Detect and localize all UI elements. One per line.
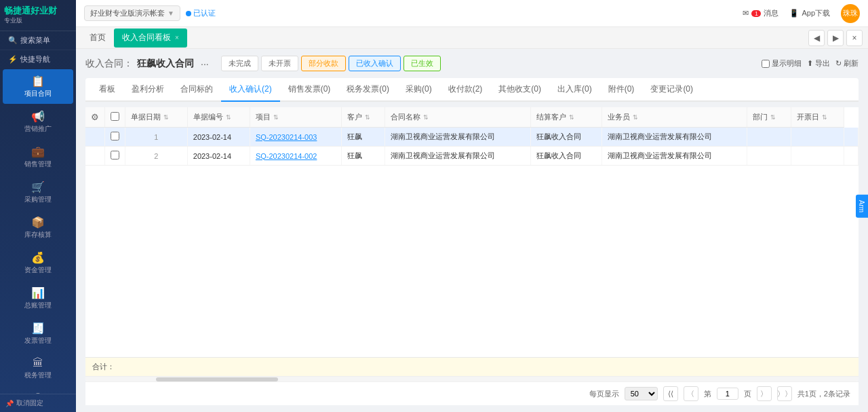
page-total-text: 共1页，2条记录 [797,389,850,399]
row-checkbox-1[interactable] [111,151,119,160]
tab-close-icon[interactable]: × [175,34,179,41]
table-header: ⚙ 单据日期⇅ 单据编号⇅ 项目⇅ 客户⇅ 合同名称⇅ 结算客户⇅ 业务员⇅ [85,107,859,128]
tab-close-btn[interactable]: × [846,30,863,46]
main-content: 好业财专业版演示帐套 ▼ 已认证 ✉ 1 消息 📱 App下载 珠珠 [76,0,868,412]
inner-tab-出入库[interactable]: 出入库(0) [549,78,600,102]
inner-tab-税务发票[interactable]: 税务发票(0) [338,78,397,102]
row-open-date-1 [844,147,858,166]
inner-tab-其他收支[interactable]: 其他收支(0) [490,78,549,102]
sidebar-item-funds[interactable]: 💰资金管理 [3,246,73,280]
topbar-right: ✉ 1 消息 📱 App下载 珠珠 [743,4,860,23]
sidebar-item-sales[interactable]: 💼销售管理 [3,140,73,174]
th-contract-name: 合同名称⇅ [385,107,531,128]
sidebar-item-purchase[interactable]: 🛒采购管理 [3,175,73,210]
row-settle-1: 湖南卫视商业运营发展有限公司 [601,147,747,166]
sidebar-item-label-inventory: 库存核算 [24,230,52,240]
select-all-checkbox[interactable] [111,112,119,121]
sales-icon: 💼 [31,145,45,158]
sort-icon-open-date[interactable]: ⇅ [822,114,827,121]
sort-icon-dept[interactable]: ⇅ [770,114,776,121]
sidebar-pin-toggle[interactable]: 📌 取消固定 [0,394,76,412]
inner-tab-销售发票[interactable]: 销售发票(0) [280,78,339,102]
sidebar-item-inventory[interactable]: 📦库存核算 [3,210,73,245]
sidebar-item-project[interactable]: 📋项目合同 [3,69,73,104]
prev-page-btn[interactable]: 〈 [684,386,698,401]
inner-tab-收付款[interactable]: 收付款(2) [440,78,491,102]
sidebar-item-invoice[interactable]: 🧾发票管理 [3,316,73,351]
sort-icon-salesperson[interactable]: ⇅ [633,114,638,121]
row-number-1[interactable]: SQ-20230214-002 [250,147,341,166]
tab-contract-board[interactable]: 收入合同看板 × [114,29,187,48]
show-detail-checkbox[interactable] [762,60,770,68]
company-selector[interactable]: 好业财专业版演示帐套 ▼ [84,5,180,21]
th-department-label: 部门 [753,112,768,122]
last-page-btn[interactable]: 〉〉 [777,386,792,401]
row-check-0[interactable] [105,128,125,147]
row-salesperson-0 [747,128,791,147]
sort-icon-customer[interactable]: ⇅ [365,114,370,121]
show-detail-toggle[interactable]: 显示明细 [762,58,802,69]
next-page-btn[interactable]: 〉 [757,386,772,401]
th-settings: ⚙ [85,107,105,128]
row-checkbox-0[interactable] [111,132,119,141]
quick-nav-icon: ⚡ [8,55,18,64]
pin-icon: 📌 [5,400,14,407]
sidebar-items: 📋项目合同📢营销推广💼销售管理🛒采购管理📦库存核算💰资金管理📊总账管理🧾发票管理… [0,69,76,394]
refresh-btn[interactable]: ↻ 刷新 [835,58,859,69]
status-btn-已生效[interactable]: 已生效 [403,56,441,71]
sidebar-item-tax[interactable]: 🏛税务管理 [3,352,73,386]
per-page-select[interactable]: 50 20 100 [625,387,658,400]
message-action[interactable]: ✉ 1 消息 [743,8,778,18]
sidebar-pin-label: 取消固定 [16,398,43,408]
inner-tab-变更记录[interactable]: 变更记录(0) [642,78,701,102]
avatar[interactable]: 珠珠 [841,4,860,23]
tab-next-btn[interactable]: ▶ [827,30,844,46]
app-download-action[interactable]: 📱 App下载 [789,8,830,18]
row-check-1[interactable] [105,147,125,166]
inventory-icon: 📦 [31,216,45,229]
sidebar-search[interactable]: 🔍 搜索菜单 [0,31,76,50]
inner-tab-看板[interactable]: 看板 [91,78,123,102]
right-float-btn[interactable]: Arm [856,194,868,217]
horizontal-scrollbar[interactable] [85,376,859,381]
tab-home[interactable]: 首页 [81,29,114,48]
sidebar-item-label-funds: 资金管理 [24,265,52,275]
scrollbar-thumb[interactable] [156,377,278,381]
more-options-btn[interactable]: ··· [201,58,209,69]
sort-icon-project[interactable]: ⇅ [273,114,279,121]
th-salesperson: 业务员⇅ [601,107,747,128]
sort-icon-number[interactable]: ⇅ [226,114,231,121]
status-btn-部分收款[interactable]: 部分收款 [301,56,346,71]
sort-icon-date[interactable]: ⇅ [163,114,169,121]
sidebar-quick-nav[interactable]: ⚡ 快捷导航 [0,50,76,69]
sidebar-item-fixed[interactable]: 🏢固定资产 [3,386,73,394]
chevron-down-icon: ▼ [167,10,174,17]
tab-prev-btn[interactable]: ◀ [808,30,825,46]
export-btn[interactable]: ⬆ 导出 [807,58,830,69]
row-number-0[interactable]: SQ-20230214-003 [250,128,341,147]
first-page-btn[interactable]: ⟨⟨ [663,386,678,401]
status-btn-未开票[interactable]: 未开票 [261,56,298,71]
th-contract-name-label: 合同名称 [391,112,420,122]
inner-tab-附件[interactable]: 附件(0) [600,78,643,102]
tabbar: 首页 收入合同看板 × ◀ ▶ × [76,27,868,49]
sort-icon-settle[interactable]: ⇅ [569,114,574,121]
page-number-input[interactable] [717,388,738,400]
inner-tab-盈利分析[interactable]: 盈利分析 [123,78,172,102]
per-page-label: 每页显示 [589,389,619,399]
page-content: 收入合同： 狂飙收入合同 ··· 未完成未开票部分收款已收入确认已生效 显示明细… [76,49,868,412]
sort-icon-contract[interactable]: ⇅ [423,114,429,121]
row-number-link-0[interactable]: SQ-20230214-003 [256,133,317,141]
inner-tab-采购[interactable]: 采购(0) [397,78,440,102]
status-btn-未完成[interactable]: 未完成 [221,56,258,71]
header-right-actions: 显示明细 ⬆ 导出 ↻ 刷新 [762,58,859,69]
row-number-link-1[interactable]: SQ-20230214-002 [256,152,317,160]
sidebar-item-marketing[interactable]: 📢营销推广 [3,105,73,139]
inner-tab-收入确认[interactable]: 收入确认(2) [221,78,280,102]
sidebar-item-general[interactable]: 📊总账管理 [3,281,73,316]
sidebar-item-label-general: 总账管理 [24,301,52,310]
table-wrapper[interactable]: ⚙ 单据日期⇅ 单据编号⇅ 项目⇅ 客户⇅ 合同名称⇅ 结算客户⇅ 业务员⇅ [85,107,859,357]
status-btn-已收入确认[interactable]: 已收入确认 [349,56,401,71]
gear-icon[interactable]: ⚙ [91,112,99,122]
inner-tab-合同标的[interactable]: 合同标的 [172,78,221,102]
